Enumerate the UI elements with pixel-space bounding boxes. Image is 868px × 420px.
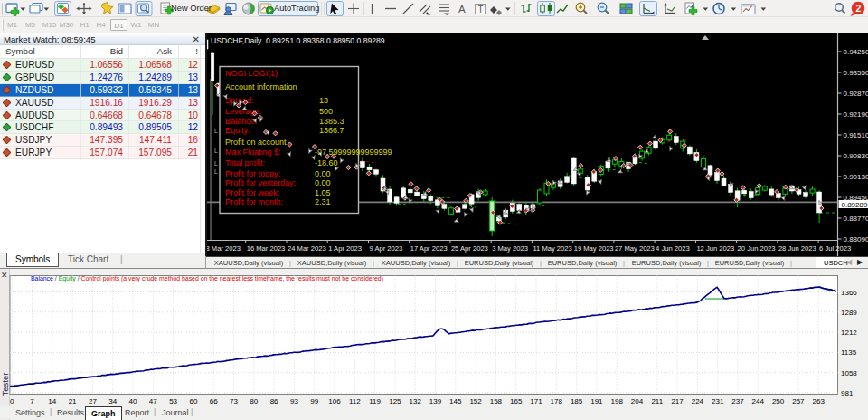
svg-text:244: 244 (752, 397, 765, 406)
svg-text:204: 204 (631, 397, 644, 406)
svg-text:Equity:: Equity: (225, 126, 250, 135)
svg-text:53: 53 (169, 397, 177, 406)
svg-text:19 May 2023: 19 May 2023 (574, 244, 614, 253)
svg-text:3 May 2023: 3 May 2023 (492, 244, 528, 253)
svg-text:99: 99 (310, 397, 318, 406)
svg-text:1289: 1289 (841, 309, 857, 317)
svg-text:1 Apr 2023: 1 Apr 2023 (328, 244, 362, 253)
svg-text:981: 981 (841, 389, 854, 397)
svg-text:106: 106 (328, 397, 341, 406)
svg-text:2.31: 2.31 (315, 197, 331, 206)
svg-text:17 Apr 2023: 17 Apr 2023 (410, 244, 448, 253)
svg-text:185: 185 (571, 397, 583, 406)
svg-text:191: 191 (590, 397, 603, 406)
svg-text:1212: 1212 (841, 329, 857, 337)
svg-text:93: 93 (290, 397, 298, 406)
svg-text:A: A (458, 4, 466, 14)
svg-text:60: 60 (189, 397, 197, 406)
svg-text:1135: 1135 (841, 348, 857, 357)
svg-text:0.93550: 0.93550 (844, 69, 868, 77)
svg-text:L: L (214, 160, 218, 167)
svg-text:66: 66 (210, 397, 218, 406)
svg-text:112: 112 (349, 397, 361, 406)
svg-text:L: L (214, 148, 218, 154)
svg-text:0.00: 0.00 (315, 169, 331, 178)
svg-text:20 Jun 2023: 20 Jun 2023 (738, 244, 776, 253)
svg-text:0.88090: 0.88090 (844, 235, 868, 243)
svg-text:139: 139 (429, 397, 442, 406)
svg-text:Balance:: Balance: (225, 117, 257, 126)
svg-text:1.05: 1.05 (315, 188, 331, 197)
svg-text:86: 86 (270, 397, 278, 406)
svg-text:119: 119 (369, 397, 381, 406)
svg-text:1366.7: 1366.7 (319, 126, 344, 135)
svg-text:NOGI LOGI(1): NOGI LOGI(1) (225, 69, 278, 78)
svg-text:13: 13 (319, 96, 328, 105)
svg-text:0.92870: 0.92870 (844, 90, 868, 98)
svg-text:257: 257 (792, 397, 805, 406)
svg-text:80: 80 (250, 397, 258, 406)
svg-text:Account information: Account information (225, 82, 297, 91)
svg-text:145: 145 (449, 397, 462, 406)
svg-text:263: 263 (813, 397, 826, 406)
svg-text:231: 231 (712, 397, 724, 406)
svg-text:0.91510: 0.91510 (844, 131, 868, 139)
svg-text:0.00: 0.00 (315, 178, 331, 187)
svg-text:198: 198 (611, 397, 624, 406)
svg-text:21: 21 (69, 397, 77, 406)
svg-text:27: 27 (89, 397, 97, 406)
svg-text:Balance / Equity / Control poi: Balance / Equity / Control points (a ver… (31, 275, 383, 282)
svg-text:9 Apr 2023: 9 Apr 2023 (370, 244, 403, 253)
svg-text:47: 47 (149, 397, 157, 406)
svg-text:27 May 2023: 27 May 2023 (615, 244, 655, 253)
svg-text:0.89289: 0.89289 (842, 201, 868, 209)
svg-text:Profit on account: Profit on account (225, 138, 287, 147)
svg-text:1058: 1058 (841, 369, 857, 377)
svg-text:178: 178 (551, 397, 563, 406)
svg-text:1385.3: 1385.3 (319, 117, 344, 126)
svg-text:0: 0 (10, 397, 14, 406)
svg-text:500: 500 (319, 107, 333, 116)
svg-text:2: 2 (855, 3, 861, 14)
svg-text:28 Jun 2023: 28 Jun 2023 (778, 244, 816, 253)
svg-text:Profit for week:: Profit for week: (225, 188, 279, 197)
svg-text:16 Mar 2023: 16 Mar 2023 (247, 244, 286, 253)
svg-text:125: 125 (389, 397, 401, 406)
svg-text:25 Apr 2023: 25 Apr 2023 (451, 244, 488, 253)
svg-text:12 Jun 2023: 12 Jun 2023 (696, 244, 734, 253)
svg-text:7: 7 (30, 397, 34, 406)
svg-text:14: 14 (48, 397, 56, 406)
svg-text:6 Jul 2023: 6 Jul 2023 (819, 244, 851, 253)
svg-text:237: 237 (731, 397, 744, 406)
svg-text:Profit for month:: Profit for month: (225, 197, 283, 206)
svg-text:217: 217 (671, 397, 684, 406)
svg-text:0.94250: 0.94250 (844, 48, 868, 56)
svg-text:0.88770: 0.88770 (844, 215, 868, 223)
svg-text:L: L (214, 128, 218, 134)
svg-text:165: 165 (510, 397, 523, 406)
svg-text:USDCHF,Daily 0.89251 0.89368: USDCHF,Daily 0.89251 0.89368 0.88950 0.8… (211, 36, 385, 45)
svg-text:34: 34 (108, 397, 117, 406)
svg-text:-18.60: -18.60 (315, 158, 338, 167)
svg-text:171: 171 (530, 397, 542, 406)
svg-text:158: 158 (490, 397, 503, 406)
svg-text:24 Mar 2023: 24 Mar 2023 (288, 244, 326, 253)
svg-text:8 Mar 2023: 8 Mar 2023 (207, 244, 241, 253)
svg-text:211: 211 (651, 397, 663, 406)
svg-text:Profit for yesterday:: Profit for yesterday: (225, 178, 296, 187)
svg-text:L: L (214, 168, 218, 175)
svg-text:Max Floating $:: Max Floating $: (225, 148, 281, 157)
svg-text:0.90130: 0.90130 (844, 173, 868, 181)
svg-text:224: 224 (692, 397, 704, 406)
svg-text:T: T (478, 5, 484, 14)
svg-text:0.92190: 0.92190 (844, 110, 868, 119)
svg-text:40: 40 (129, 397, 137, 406)
svg-text:1366: 1366 (841, 289, 857, 297)
svg-text:4 Jun 2023: 4 Jun 2023 (656, 244, 690, 253)
svg-text:73: 73 (230, 397, 238, 406)
svg-text:250: 250 (772, 397, 785, 406)
svg-text:132: 132 (410, 397, 422, 406)
svg-text:11 May 2023: 11 May 2023 (533, 244, 571, 253)
svg-text:Total profit:: Total profit: (225, 158, 265, 167)
svg-text:152: 152 (469, 397, 482, 406)
